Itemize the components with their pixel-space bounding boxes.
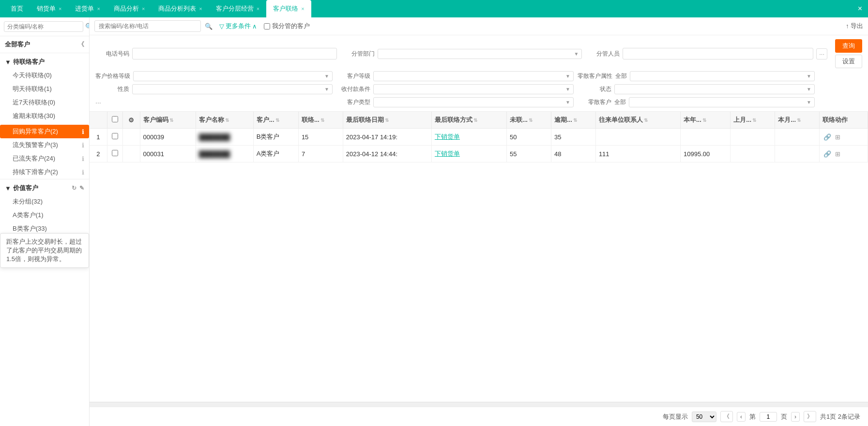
sidebar-item-a-class[interactable]: A类客户(1) bbox=[0, 208, 89, 222]
scatter-customer-inline: 全部 bbox=[614, 98, 626, 106]
nav-product-analysis-close[interactable]: × bbox=[142, 6, 145, 12]
sidebar-item-overdue[interactable]: 逾期未联络(30) bbox=[0, 109, 89, 123]
edit-icon[interactable]: ✎ bbox=[79, 185, 84, 191]
row-code: 000031 bbox=[140, 146, 196, 162]
all-customers-label: 全部客户 bbox=[5, 40, 30, 49]
sort-contact[interactable]: ⇅ bbox=[320, 118, 324, 123]
dept-arrow: ▼ bbox=[574, 51, 579, 57]
my-customers-checkbox[interactable] bbox=[264, 23, 270, 29]
sidebar-item-today[interactable]: 今天待联络(0) bbox=[0, 69, 89, 82]
nav-customer-tier-close[interactable]: × bbox=[257, 6, 259, 12]
nav-sales-close[interactable]: × bbox=[59, 6, 61, 12]
price-level-label: 客户价格等级 bbox=[95, 72, 130, 80]
scatter-attr-select[interactable]: ▼ bbox=[630, 71, 815, 81]
refresh-icon[interactable]: ↻ bbox=[72, 185, 76, 191]
manager-input[interactable] bbox=[623, 48, 813, 59]
table-header-row: ⚙ 客户编码⇅ 客户名称⇅ 客户...⇅ 联络...⇅ bbox=[90, 112, 868, 129]
select-all-checkbox[interactable] bbox=[112, 116, 118, 122]
payment-select[interactable]: ▼ bbox=[373, 84, 574, 94]
sidebar-group-pending[interactable]: ▼ 待联络客户 bbox=[0, 55, 89, 69]
col-name: 客户名称⇅ bbox=[196, 112, 253, 129]
sidebar-item-tomorrow[interactable]: 明天待联络(1) bbox=[0, 82, 89, 96]
last-method-link[interactable]: 下销货单 bbox=[435, 133, 460, 140]
sort-overdue[interactable]: ⇅ bbox=[573, 118, 577, 123]
filter-row-2: 客户价格等级 ▼ 客户等级 ▼ 零散客户属性 全部 bbox=[95, 71, 862, 81]
sidebar-collapse-btn[interactable]: 《 bbox=[78, 40, 84, 49]
last-page-btn[interactable]: 》 bbox=[804, 411, 816, 422]
row-checkbox[interactable] bbox=[112, 133, 118, 139]
sidebar-item-ungroup[interactable]: 未分组(32) bbox=[0, 195, 89, 208]
scatter-attr-arrow: ▼ bbox=[807, 73, 811, 79]
sort-level[interactable]: ⇅ bbox=[275, 118, 279, 123]
customer-level-arrow: ▼ bbox=[565, 73, 570, 79]
sidebar-item-declining[interactable]: 持续下滑客户(2) ℹ bbox=[0, 165, 89, 179]
sidebar-item-losing[interactable]: 流失预警客户(3) ℹ bbox=[0, 138, 89, 152]
row-checkbox-cell bbox=[107, 129, 122, 146]
settings-btn[interactable]: 设置 bbox=[835, 55, 862, 68]
sidebar-item-abnormal[interactable]: 回购异常客户(2) ℹ bbox=[0, 125, 89, 138]
action-link-icon[interactable]: 🔗 bbox=[823, 150, 831, 158]
manager-dots[interactable]: ··· bbox=[816, 48, 827, 59]
nav-sales[interactable]: 销货单 × bbox=[30, 0, 68, 17]
sort-name[interactable]: ⇅ bbox=[225, 118, 229, 123]
main-table: ⚙ 客户编码⇅ 客户名称⇅ 客户...⇅ 联络...⇅ bbox=[90, 112, 868, 162]
nav-home[interactable]: 首页 bbox=[4, 0, 30, 17]
next-page-btn[interactable]: › bbox=[791, 412, 800, 422]
row-contact-person bbox=[595, 129, 680, 146]
sort-this-year[interactable]: ⇅ bbox=[702, 118, 706, 123]
phone-input[interactable] bbox=[132, 48, 337, 59]
nav-product-analysis[interactable]: 商品分析 × bbox=[107, 0, 152, 17]
nature-select[interactable]: ▼ bbox=[132, 84, 333, 94]
sort-this-month[interactable]: ⇅ bbox=[797, 118, 801, 123]
sort-last-date[interactable]: ⇅ bbox=[385, 118, 389, 123]
action-grid-icon[interactable]: ⊞ bbox=[835, 150, 840, 158]
sidebar-group-value[interactable]: ▼ 价值客户 ↻ ✎ bbox=[0, 181, 89, 195]
last-method-link[interactable]: 下销货单 bbox=[435, 150, 460, 157]
bottom-scrollbar[interactable] bbox=[90, 402, 868, 407]
sidebar-tree: ▼ 待联络客户 今天待联络(0) 明天待联络(1) 近7天待联络(0) 逾期未联… bbox=[0, 53, 89, 426]
status-select[interactable]: ▼ bbox=[614, 84, 815, 94]
nav-product-list[interactable]: 商品分析列表 × bbox=[152, 0, 209, 17]
sidebar-search-input[interactable] bbox=[4, 21, 83, 32]
page-size-select[interactable]: 50 100 200 bbox=[692, 411, 716, 422]
row-overdue: 48 bbox=[551, 146, 595, 162]
nav-customer-contact-close[interactable]: × bbox=[301, 6, 304, 12]
nav-customer-tier[interactable]: 客户分层经营 × bbox=[209, 0, 266, 17]
search-input[interactable] bbox=[94, 20, 201, 32]
sort-contact-person[interactable]: ⇅ bbox=[644, 118, 648, 123]
search-btn[interactable]: 🔍 bbox=[205, 23, 213, 30]
scatter-customer-select[interactable]: ▼ bbox=[629, 97, 815, 107]
customer-level-select[interactable]: ▼ bbox=[373, 71, 574, 81]
sort-code[interactable]: ⇅ bbox=[169, 118, 173, 123]
pending-triangle: ▼ bbox=[5, 59, 11, 66]
customer-type-select[interactable]: ▼ bbox=[373, 97, 574, 107]
close-all-tabs[interactable]: × bbox=[858, 4, 862, 13]
value-label: 价值客户 bbox=[13, 184, 38, 192]
sidebar-item-lost[interactable]: 已流失客户(24) ℹ bbox=[0, 152, 89, 165]
sort-last-method[interactable]: ⇅ bbox=[473, 118, 477, 123]
nav-customer-contact[interactable]: 客户联络 × bbox=[266, 0, 311, 17]
left-sidebar: 🔍 全部客户 《 ▼ 待联络客户 今天待联络(0) 明天待联络(1) 近7天待联… bbox=[0, 17, 90, 426]
filter-cell-scatter-attr: 零散客户属性 全部 ▼ bbox=[578, 71, 815, 81]
page-input[interactable] bbox=[760, 412, 777, 422]
col-last-date: 最后联络日期⇅ bbox=[343, 112, 431, 129]
more-conditions-btn[interactable]: ▽ 更多条件 ∧ bbox=[216, 21, 260, 31]
sort-last-month[interactable]: ⇅ bbox=[752, 118, 756, 123]
first-page-btn[interactable]: 《 bbox=[720, 411, 733, 422]
dept-select[interactable]: ▼ bbox=[378, 49, 582, 59]
action-link-icon[interactable]: 🔗 bbox=[823, 133, 831, 141]
nav-product-list-close[interactable]: × bbox=[199, 6, 202, 12]
query-btn[interactable]: 查询 bbox=[835, 39, 862, 53]
export-btn[interactable]: ↑ 导出 bbox=[846, 22, 863, 30]
sidebar-search-icon[interactable]: 🔍 bbox=[85, 23, 90, 30]
info-icon-lost: ℹ bbox=[82, 155, 84, 162]
nav-purchase-close[interactable]: × bbox=[97, 6, 100, 12]
price-level-select[interactable]: ▼ bbox=[133, 71, 333, 81]
sidebar-item-week[interactable]: 近7天待联络(0) bbox=[0, 96, 89, 109]
prev-page-btn[interactable]: ‹ bbox=[737, 412, 746, 422]
action-grid-icon[interactable]: ⊞ bbox=[835, 133, 840, 141]
sort-unread[interactable]: ⇅ bbox=[529, 118, 533, 123]
nav-purchase[interactable]: 进货单 × bbox=[68, 0, 107, 17]
row-checkbox[interactable] bbox=[112, 150, 118, 156]
col-settings[interactable]: ⚙ bbox=[122, 112, 140, 129]
